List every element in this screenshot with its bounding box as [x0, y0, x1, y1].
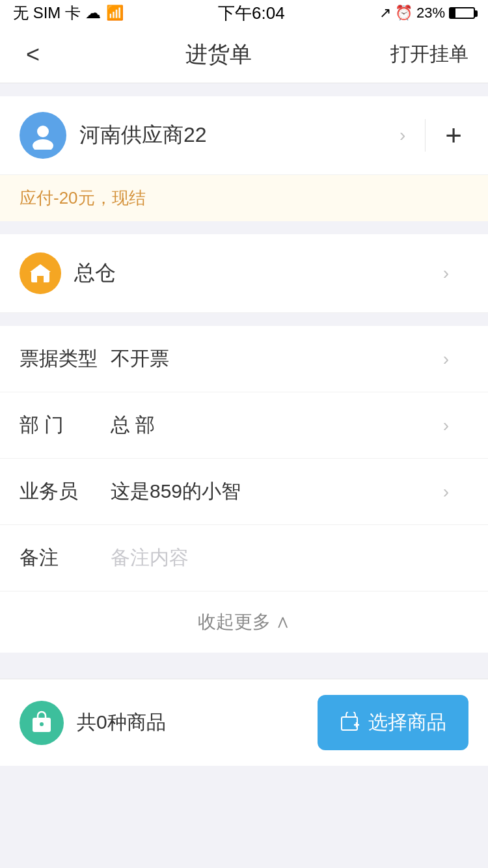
- svg-point-1: [33, 139, 53, 150]
- gap-4: [0, 653, 488, 666]
- product-count-text: 共0种商品: [77, 709, 318, 736]
- salesperson-row[interactable]: 业务员 这是859的小智 ›: [0, 459, 488, 525]
- battery-icon: [449, 7, 475, 19]
- add-button[interactable]: +: [439, 119, 468, 152]
- warehouse-chevron-icon: ›: [443, 263, 449, 284]
- status-bar: 无 SIM 卡 ☁ 📶 下午6:04 ↗ ⏰ 23%: [0, 0, 488, 26]
- sim-label: 无 SIM 卡 ☁: [13, 3, 101, 23]
- select-product-label: 选择商品: [368, 709, 446, 736]
- gap-1: [0, 83, 488, 96]
- remaining-background: [0, 766, 488, 868]
- svg-marker-3: [30, 264, 51, 272]
- page-title: 进货单: [185, 40, 252, 70]
- notice-text: 应付-20元，现结: [20, 188, 146, 208]
- department-row[interactable]: 部 门 总 部 ›: [0, 392, 488, 459]
- back-button[interactable]: <: [20, 34, 46, 75]
- gap-3: [0, 313, 488, 326]
- product-count-icon: [20, 701, 64, 745]
- supplier-name: 河南供应商22: [79, 121, 400, 150]
- remark-placeholder[interactable]: 备注内容: [111, 545, 468, 571]
- svg-rect-7: [342, 717, 357, 730]
- wifi-icon: 📶: [106, 5, 124, 21]
- status-right: ↗ ⏰ 23%: [379, 5, 475, 21]
- status-time: 下午6:04: [218, 2, 285, 25]
- invoice-type-value: 不开票: [111, 346, 443, 372]
- salesperson-label: 业务员: [20, 478, 111, 505]
- svg-point-6: [40, 722, 44, 726]
- supplier-section: 河南供应商22 › + 应付-20元，现结: [0, 96, 488, 221]
- department-value: 总 部: [111, 412, 443, 439]
- supplier-row[interactable]: 河南供应商22 › +: [0, 96, 488, 175]
- form-section: 票据类型 不开票 › 部 门 总 部 › 业务员 这是859的小智 › 备注 备…: [0, 326, 488, 653]
- notice-banner: 应付-20元，现结: [0, 175, 488, 221]
- warehouse-row[interactable]: 总仓 ›: [0, 234, 488, 313]
- svg-rect-4: [37, 276, 44, 282]
- svg-point-0: [37, 126, 49, 137]
- invoice-type-label: 票据类型: [20, 346, 111, 372]
- vertical-divider: [425, 119, 426, 152]
- remark-label: 备注: [20, 545, 111, 571]
- invoice-type-chevron-icon: ›: [443, 349, 449, 370]
- remark-row[interactable]: 备注 备注内容: [0, 525, 488, 591]
- invoice-type-row[interactable]: 票据类型 不开票 ›: [0, 326, 488, 392]
- nav-bar: < 进货单 打开挂单: [0, 26, 488, 83]
- supplier-chevron-icon: ›: [400, 125, 405, 146]
- warehouse-section: 总仓 ›: [0, 234, 488, 313]
- department-chevron-icon: ›: [443, 415, 449, 436]
- alarm-icon: ⏰: [395, 5, 413, 21]
- gap-2: [0, 221, 488, 234]
- salesperson-value: 这是859的小智: [111, 478, 443, 505]
- open-pending-button[interactable]: 打开挂单: [390, 41, 468, 68]
- status-left: 无 SIM 卡 ☁ 📶: [13, 3, 124, 23]
- collapse-button[interactable]: 收起更多 ∧: [0, 591, 488, 653]
- collapse-label: 收起更多 ∧: [198, 612, 291, 632]
- bottom-bar: 共0种商品 选择商品: [0, 679, 488, 766]
- battery-percent: 23%: [416, 5, 445, 21]
- department-label: 部 门: [20, 412, 111, 439]
- supplier-avatar: [20, 112, 66, 159]
- warehouse-icon: [20, 252, 61, 294]
- location-icon: ↗: [379, 5, 391, 21]
- select-product-button[interactable]: 选择商品: [318, 695, 468, 750]
- salesperson-chevron-icon: ›: [443, 481, 449, 502]
- warehouse-name: 总仓: [74, 259, 443, 288]
